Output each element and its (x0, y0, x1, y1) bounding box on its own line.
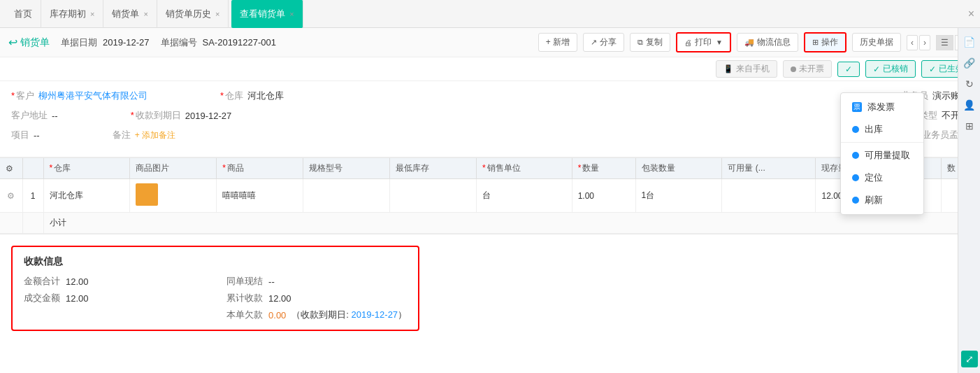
nav-arrows: ‹ › (907, 35, 930, 50)
available-qty-icon (852, 152, 859, 159)
single-settlement-value: -- (268, 276, 275, 287)
share-button[interactable]: ↗ 分享 (583, 33, 624, 52)
sidebar-doc-icon[interactable]: 📄 (961, 34, 978, 50)
outbound-icon (852, 126, 859, 133)
tab-sales-history-close[interactable]: × (215, 10, 219, 18)
bottom-panel: 收款信息 金额合计 12.00 同单现结 -- 成交金额 12.00 (0, 234, 980, 342)
project-label: 项目 (11, 129, 29, 141)
address-label: 客户地址 (11, 109, 48, 122)
toolbar: ↩ 销货单 单据日期 2019-12-27 单据编号 SA-20191227-0… (0, 28, 980, 57)
col-sales-unit: 销售单位 (477, 158, 572, 179)
tab-home[interactable]: 首页 (6, 0, 41, 28)
customer-field: 客户 柳州粤港平安气体有限公司 (11, 90, 147, 102)
dropdown-add-invoice[interactable]: 票 添发票 (841, 96, 923, 118)
operations-dropdown: 票 添发票 出库 可用量提取 定位 刷新 (840, 92, 924, 215)
subtotal-label: 小计 (43, 213, 980, 234)
sidebar-rotate-icon[interactable]: ↻ (961, 76, 978, 92)
view-list-button[interactable]: ☰ (936, 35, 953, 50)
address-field: 客户地址 -- (11, 109, 58, 122)
col-available: 可用量 (... (722, 158, 816, 179)
dropdown-refresh[interactable]: 刷新 (841, 189, 923, 211)
locate-icon (852, 174, 859, 181)
col-product: 商品 (217, 158, 303, 179)
total-label: 金额合计 (24, 275, 60, 288)
table-header-row: ⚙ 仓库 商品图片 商品 规格型号 最低库存 销售单位 数量 包装数量 可用量 … (0, 158, 980, 179)
from-phone-button[interactable]: 📱 来自手机 (716, 60, 777, 78)
tab-sales-close[interactable]: × (143, 10, 147, 18)
data-table: ⚙ 仓库 商品图片 商品 规格型号 最低库存 销售单位 数量 包装数量 可用量 … (0, 158, 980, 234)
data-table-wrapper: ⚙ 仓库 商品图片 商品 规格型号 最低库存 销售单位 数量 包装数量 可用量 … (0, 157, 980, 234)
transaction-value: 12.00 (66, 293, 89, 304)
tab-bar-close[interactable]: × (968, 8, 974, 20)
tab-view-sales-close[interactable]: × (289, 10, 294, 18)
single-settlement-label: 同单现结 (226, 275, 263, 288)
warehouse-label: 仓库 (220, 90, 243, 102)
project-field: 项目 -- (11, 129, 40, 141)
dropdown-locate[interactable]: 定位 (841, 167, 923, 189)
operations-button[interactable]: ⊞ 操作 (804, 32, 846, 52)
toolbar-right: + 新增 ↗ 分享 ⧉ 复制 🖨 打印 ▼ 🚚 物流信息 (538, 32, 972, 52)
tab-sales[interactable]: 销货单 × (103, 0, 157, 28)
payment-section: 收款信息 金额合计 12.00 同单现结 -- 成交金额 12.00 (11, 246, 419, 331)
tab-sales-history[interactable]: 销货单历史 × (157, 0, 229, 28)
dropdown-outbound[interactable]: 出库 (841, 118, 923, 141)
cell-gear[interactable]: ⚙ (0, 179, 22, 213)
logistics-button[interactable]: 🚚 物流信息 (737, 33, 798, 52)
tab-inventory[interactable]: 库存期初 × (41, 0, 103, 28)
tab-view-sales[interactable]: 查看销货单 × (231, 0, 303, 28)
subtotal-row: 小计 (0, 213, 980, 234)
dropdown-divider (841, 142, 923, 143)
dropdown-available-qty[interactable]: 可用量提取 (841, 144, 923, 167)
subtotal-spacer (22, 213, 43, 234)
doc-type-title: ↩ 销货单 (8, 36, 50, 49)
note-label: 备注 (113, 129, 131, 141)
new-button[interactable]: + 新增 (538, 33, 577, 52)
cumulative-row: 累计收款 12.00 (226, 292, 407, 304)
cell-spec (303, 179, 390, 213)
sidebar-expand-icon[interactable]: ⤢ (961, 351, 978, 367)
note-field: 备注 + 添加备注 (113, 129, 175, 141)
col-index (22, 158, 43, 179)
cell-quantity: 1.00 (572, 179, 635, 213)
col-warehouse: 仓库 (43, 158, 130, 179)
total-value: 12.00 (66, 276, 89, 287)
payment-due-field: 收款到期日 2019-12-27 (131, 109, 232, 122)
form-row-1: 客户 柳州粤港平安气体有限公司 仓库 河北仓库 业务员 演示账号 (11, 90, 969, 102)
col-spec: 规格型号 (303, 158, 390, 179)
cell-min-stock (390, 179, 477, 213)
not-open-button[interactable]: 未开票 (783, 60, 832, 78)
table-row: ⚙ 1 河北仓库 嘻嘻嘻嘻 台 1.00 1台 12.00 (0, 179, 980, 213)
transaction-row: 成交金额 12.00 (24, 292, 204, 304)
cell-warehouse: 河北仓库 (43, 179, 130, 213)
payment-grid: 金额合计 12.00 同单现结 -- 成交金额 12.00 累计收款 12.00 (24, 275, 407, 321)
next-arrow[interactable]: › (919, 35, 930, 50)
current-due-row: 本单欠款 0.00 （收款到期日: 2019-12-27） (226, 309, 407, 321)
form-row-2: 客户地址 -- 收款到期日 2019-12-27 票据类型 不开票 (11, 109, 969, 122)
history-button[interactable]: 历史单据 (852, 33, 901, 52)
col-min-stock: 最低库存 (390, 158, 477, 179)
copy-button[interactable]: ⧉ 复制 (630, 33, 670, 52)
address-value: -- (52, 111, 58, 121)
sidebar-link-icon[interactable]: 🔗 (961, 55, 978, 71)
project-value: -- (34, 130, 40, 141)
sub-toolbar: 📱 来自手机 未开票 ✓ ✓ 已核销 ✓ 已生效 (0, 57, 980, 81)
doc-number-label: 单据编号 SA-20191227-001 (161, 36, 277, 49)
current-due-value: 0.00 (268, 310, 286, 321)
form-row-3: 项目 -- 备注 + 添加备注 业务员孟 -- (11, 129, 969, 141)
sidebar-user-icon[interactable]: 👤 (961, 97, 978, 113)
current-due-label: 本单欠款 (226, 309, 263, 321)
cell-available (722, 179, 816, 213)
payment-due-value: 2019-12-27 (185, 111, 232, 121)
prev-arrow[interactable]: ‹ (907, 35, 918, 50)
check-icon-button[interactable]: ✓ (837, 62, 860, 77)
tab-inventory-close[interactable]: × (90, 10, 94, 18)
col-gear: ⚙ (0, 158, 22, 179)
print-button[interactable]: 🖨 打印 ▼ (676, 32, 731, 52)
add-note-button[interactable]: + 添加备注 (135, 129, 175, 141)
col-quantity: 数量 (572, 158, 635, 179)
warehouse-field: 仓库 河北仓库 (220, 90, 284, 102)
sidebar-table-icon[interactable]: ⊞ (961, 118, 978, 134)
cell-pack-qty: 1台 (635, 179, 722, 213)
customer-value[interactable]: 柳州粤港平安气体有限公司 (38, 90, 147, 102)
form-area: 客户 柳州粤港平安气体有限公司 仓库 河北仓库 业务员 演示账号 客户地址 -- (0, 81, 980, 157)
